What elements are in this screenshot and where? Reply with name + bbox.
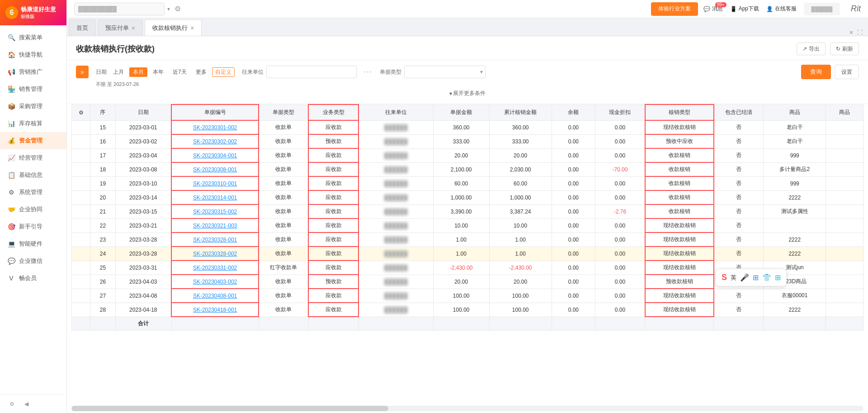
row-settings-cell[interactable] [72,190,90,204]
settings-bottom-icon[interactable]: ⚙ [7,399,16,408]
table-cell[interactable]: SK-20230403-002 [171,275,259,289]
export-btn[interactable]: ↗ 导出 [797,43,826,55]
apps-icon[interactable]: ⊞ [775,273,781,282]
filter-date-range-row: 不限 至 2023-07-26 [76,81,859,88]
sidebar-item-operation[interactable]: 📈 经营管理 [0,149,66,166]
sidebar-item-marketing[interactable]: 📢 营销推广 [0,63,66,81]
row-settings-cell[interactable] [72,233,90,247]
shirt-icon[interactable]: 👕 [762,273,771,282]
sidebar-item-weixin[interactable]: 💬 企业微信 [0,252,66,270]
table-cell[interactable]: SK-20230328-002 [171,247,259,261]
grid-icon[interactable]: ⊞ [753,273,759,282]
settings-btn[interactable]: 设置 [835,65,859,79]
table-cell[interactable]: SK-20230314-001 [171,190,259,204]
filter-expand-btn[interactable]: ▾ 展开更多条件 [449,90,486,97]
table-cell[interactable]: SK-20230301-002 [171,120,259,134]
row-settings-cell[interactable] [72,148,90,162]
table-cell[interactable]: SK-20230304-001 [171,148,259,162]
row-settings-cell[interactable] [72,303,90,317]
table-cell: 收款单 [259,134,308,148]
collapse-icon[interactable]: ◀ [22,399,31,408]
sidebar-item-corp[interactable]: 🤝 企业协同 [0,201,66,218]
tab-home[interactable]: 首页 [69,19,96,36]
table-cell[interactable]: SK-20230321-003 [171,218,259,233]
filter-row: » 日期 上月 本月 本年 近7天 更多 自定义 往来单位 [76,65,859,79]
filter-btn-7days[interactable]: 近7天 [169,67,190,77]
filter-btn-more[interactable]: 更多 [192,67,210,77]
expand-tabs-icon[interactable]: ⛶ [857,29,863,36]
industry-btn[interactable]: 体验行业方案 [651,2,698,16]
col-settings-header[interactable]: ⚙ [72,104,90,120]
table-cell: 23 [90,233,115,247]
row-settings-cell[interactable] [72,134,90,148]
horizontal-scrollbar[interactable] [71,406,863,411]
tab-collection[interactable]: 收款核销执行 × [145,19,202,36]
row-settings-cell[interactable] [72,261,90,275]
sidebar-item-system[interactable]: ⚙ 系统管理 [0,184,66,201]
bill-type-dropdown-icon[interactable]: ▾ [480,69,483,75]
row-settings-cell[interactable] [72,275,90,289]
table-cell[interactable]: SK-20230302-002 [171,134,259,148]
filter-toggle-btn[interactable]: » [76,66,89,78]
table-cell[interactable]: SK-20230308-001 [171,162,259,176]
close-all-icon[interactable]: ✕ [849,29,854,36]
app-download-btn[interactable]: 📱 App下载 [730,5,759,13]
table-cell: 360.00 [489,120,552,134]
filter-btn-custom[interactable]: 自定义 [212,67,235,77]
filter-btn-this-year[interactable]: 本年 [149,67,167,77]
table-cell: 20.00 [433,275,489,289]
table-cell: 应收款 [308,218,358,233]
table-cell [826,233,863,247]
sidebar-item-hardware[interactable]: 💻 智能硬件 [0,235,66,252]
table-cell[interactable]: SK-20230331-002 [171,261,259,275]
table-cell[interactable]: SK-20230328-001 [171,233,259,247]
filter-btn-last-month[interactable]: 上月 [109,67,127,77]
refresh-btn[interactable]: ↻ 刷新 [830,43,859,55]
sidebar-item-member[interactable]: V 畅会员 [0,270,66,287]
dropdown-icon[interactable]: ▾ [167,6,170,12]
table-cell: 0.00 [595,148,645,162]
tab-prepay[interactable]: 预应付单 × [98,19,143,36]
row-settings-cell[interactable] [72,204,90,218]
user-avatar[interactable]: ██████ [804,3,840,15]
messages-btn[interactable]: 💬 消息 99+ [703,5,723,13]
table-cell[interactable]: SK-20230310-001 [171,176,259,190]
sidebar-item-guide[interactable]: 🎯 新手引导 [0,218,66,235]
floating-badge: S 英 🎤 ⊞ 👕 ⊞ [716,269,787,286]
row-settings-cell[interactable] [72,218,90,233]
online-service-label: 在线客服 [775,5,797,13]
mic-icon[interactable]: 🎤 [740,273,749,282]
gear-icon-topbar[interactable]: ⚙ [175,5,181,13]
row-settings-cell[interactable] [72,162,90,176]
table-container[interactable]: ⚙ 序 日期 单据编号 单据类型 业务类型 往来单位 单据金额 累计核销金额 余… [71,104,863,404]
tab-prepay-close[interactable]: × [132,24,135,32]
table-cell [826,218,863,233]
sidebar-item-inventory[interactable]: 📊 库存核算 [0,115,66,132]
row-settings-cell[interactable] [72,247,90,261]
row-settings-cell[interactable] [72,289,90,303]
sidebar-item-purchase[interactable]: 📦 采购管理 [0,98,66,115]
row-settings-cell[interactable] [72,176,90,190]
filter-bill-type-input[interactable] [404,66,486,78]
sidebar-item-finance[interactable]: 💰 资金管理 [0,132,66,149]
table-cell: 2023-03-04 [115,148,171,162]
table-cell: 否 [714,148,764,162]
table-cell[interactable]: SK-20230408-001 [171,289,259,303]
sidebar-item-basic[interactable]: 📋 基础信息 [0,166,66,184]
filter-btn-this-month[interactable]: 本月 [129,67,147,77]
tab-collection-close[interactable]: × [190,24,194,32]
table-cell: 0.00 [552,204,595,218]
row-settings-cell[interactable] [72,120,90,134]
purchase-icon: 📦 [7,102,15,110]
table-cell [826,190,863,204]
sidebar-item-search[interactable]: 🔍 搜索菜单 [0,29,66,46]
table-cell[interactable]: SK-20230418-001 [171,303,259,317]
table-cell: ██████ [359,261,433,275]
sidebar-item-quicknav[interactable]: 🏠 快捷导航 [0,46,66,63]
filter-counterpart-input[interactable] [266,66,357,78]
table-row: 172023-03-04SK-20230304-001收款单应收款██████2… [72,148,863,162]
sidebar-item-sales[interactable]: 🏪 销售管理 [0,81,66,98]
online-service-btn[interactable]: 👤 在线客服 [766,5,797,13]
table-cell[interactable]: SK-20230315-002 [171,204,259,218]
query-btn[interactable]: 查询 [801,65,831,79]
